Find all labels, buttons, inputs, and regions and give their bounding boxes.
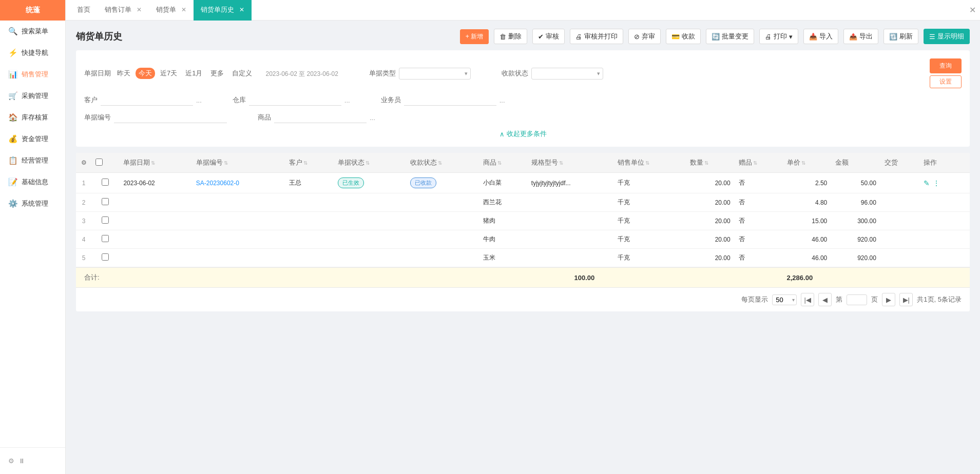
- row-checkbox[interactable]: [91, 193, 119, 212]
- row-num: 5: [76, 249, 91, 267]
- tab-sales-order-close[interactable]: ✕: [137, 6, 142, 13]
- tab-home[interactable]: 首页: [70, 0, 98, 21]
- cell-customer: 王总: [285, 173, 333, 193]
- filter-row-3: 单据编号 商品 ...: [84, 112, 962, 123]
- col-gear[interactable]: ⚙: [76, 153, 91, 173]
- page-next-button[interactable]: ▶: [882, 293, 895, 306]
- goods-input[interactable]: [274, 112, 367, 123]
- date-btn-today[interactable]: 今天: [136, 68, 155, 79]
- doc-no-label: 单据编号: [84, 113, 111, 122]
- sort-unit[interactable]: 销售单位⇅: [618, 158, 649, 167]
- add-button[interactable]: + 新增: [460, 29, 489, 44]
- sort-goods[interactable]: 商品⇅: [483, 158, 502, 167]
- sidebar-item-sys-mgmt[interactable]: ⚙️ 系统管理: [0, 193, 65, 214]
- table-row: 4牛肉千克20.00否46.00920.00: [76, 230, 970, 249]
- sidebar-settings-bottom[interactable]: ⚙ ⏸: [0, 453, 65, 469]
- refresh-button[interactable]: 🔃 刷新: [883, 29, 918, 44]
- abandon-button[interactable]: ⊘ 弃审: [628, 29, 661, 44]
- date-btn-custom[interactable]: 自定义: [229, 68, 255, 79]
- edit-action-icon[interactable]: ✎: [924, 179, 930, 187]
- collect-status-select[interactable]: [531, 68, 603, 80]
- tab-sales-goods-close[interactable]: ✕: [181, 6, 186, 13]
- settings-filter-button[interactable]: 设置: [930, 75, 962, 88]
- salesperson-input[interactable]: [404, 94, 496, 106]
- page-last-button[interactable]: ▶|: [899, 293, 913, 306]
- date-btn-yesterday[interactable]: 昨天: [114, 68, 133, 79]
- customer-input[interactable]: [101, 94, 193, 106]
- export-button[interactable]: 📤 导出: [843, 29, 878, 44]
- sidebar-item-search-menu[interactable]: 🔍 搜索菜单: [0, 21, 65, 42]
- show-detail-button[interactable]: ☰ 显示明细: [924, 29, 970, 44]
- sort-doc-date[interactable]: 单据日期⇅: [123, 158, 155, 167]
- print-button[interactable]: 🖨 打印 ▾: [759, 29, 798, 44]
- sidebar-item-basic-info[interactable]: 📝 基础信息: [0, 171, 65, 193]
- collapse-filter-button[interactable]: ∧ 收起更多条件: [84, 129, 962, 139]
- row-checkbox[interactable]: [91, 212, 119, 230]
- row-checkbox[interactable]: [102, 216, 109, 224]
- sort-spec[interactable]: 规格型号⇅: [531, 158, 563, 167]
- col-checkbox[interactable]: [91, 153, 119, 173]
- doc-no-input[interactable]: [114, 112, 227, 123]
- sort-icon-gift: ⇅: [753, 160, 757, 166]
- row-checkbox[interactable]: [102, 253, 109, 261]
- row-checkbox[interactable]: [91, 173, 119, 193]
- tab-sales-goods[interactable]: 销货单 ✕: [149, 0, 194, 21]
- sidebar-item-quick-nav[interactable]: ⚡ 快捷导航: [0, 42, 65, 64]
- page-header: 销货单历史 + 新增 🗑 删除 ✔ 审核 🖨 审核并打印 ⊘ 弃审: [76, 29, 970, 44]
- sort-collect-status[interactable]: 收款状态⇅: [410, 158, 442, 167]
- select-all-checkbox[interactable]: [95, 159, 103, 166]
- sort-customer[interactable]: 客户⇅: [289, 158, 308, 167]
- cell-amount: 920.00: [831, 249, 880, 267]
- salesperson-select-icon[interactable]: ...: [499, 96, 505, 104]
- sort-doc-status[interactable]: 单据状态⇅: [338, 158, 370, 167]
- page-number-input[interactable]: 1: [847, 294, 867, 305]
- tab-sales-order[interactable]: 销售订单 ✕: [98, 0, 149, 21]
- audit-print-button[interactable]: 🖨 审核并打印: [570, 29, 623, 44]
- cell-doc-no[interactable]: SA-20230602-0: [192, 173, 285, 193]
- page-first-button[interactable]: |◀: [801, 293, 814, 306]
- row-checkbox[interactable]: [91, 249, 119, 267]
- sort-gift[interactable]: 赠品⇅: [739, 158, 757, 167]
- close-all-tabs-icon[interactable]: ✕: [969, 5, 976, 15]
- batch-change-button[interactable]: 🔄 批量变更: [706, 29, 754, 44]
- import-button[interactable]: 📥 导入: [803, 29, 838, 44]
- tab-sales-history[interactable]: 销货单历史 ✕: [194, 0, 252, 21]
- warehouse-select-icon[interactable]: ...: [344, 96, 350, 104]
- date-btn-1month[interactable]: 近1月: [182, 68, 205, 79]
- sidebar-item-sales-mgmt[interactable]: 📊 销售管理: [0, 64, 65, 85]
- row-checkbox[interactable]: [102, 179, 109, 186]
- sort-qty[interactable]: 数量⇅: [690, 158, 708, 167]
- query-button[interactable]: 查询: [930, 58, 962, 73]
- sidebar-item-purchase-mgmt[interactable]: 🛒 采购管理: [0, 85, 65, 107]
- date-btn-more[interactable]: 更多: [207, 68, 227, 79]
- delete-button[interactable]: 🗑 删除: [494, 29, 527, 44]
- warehouse-input[interactable]: [249, 94, 341, 106]
- page-size-select[interactable]: 50 100: [772, 294, 797, 305]
- row-checkbox[interactable]: [91, 230, 119, 249]
- row-checkbox[interactable]: [102, 235, 109, 242]
- cell-doc-no[interactable]: [192, 249, 285, 267]
- table-body: 12023-06-02SA-20230602-0王总已生效已收款小白菜tyjyj…: [76, 173, 970, 267]
- customer-select-icon[interactable]: ...: [196, 96, 202, 104]
- goods-select-icon[interactable]: ...: [370, 114, 375, 122]
- warehouse-label: 仓库: [233, 95, 246, 105]
- doc-type-select[interactable]: [399, 68, 471, 80]
- cell-doc-no[interactable]: [192, 193, 285, 212]
- finance-icon: 💰: [8, 134, 17, 144]
- audit-button[interactable]: ✔ 审核: [532, 29, 565, 44]
- sidebar-item-finance[interactable]: 💰 资金管理: [0, 128, 65, 150]
- page-prev-button[interactable]: ◀: [818, 293, 832, 306]
- cell-doc-no[interactable]: [192, 212, 285, 230]
- tab-sales-history-close[interactable]: ✕: [239, 6, 244, 13]
- sort-unit-price[interactable]: 单价⇅: [787, 158, 805, 167]
- collect-button[interactable]: 💳 收款: [666, 29, 701, 44]
- sidebar-item-ops[interactable]: 📋 经营管理: [0, 150, 65, 171]
- date-btn-7days[interactable]: 近7天: [157, 68, 180, 79]
- sort-doc-no[interactable]: 单据编号⇅: [196, 158, 228, 167]
- row-checkbox[interactable]: [102, 198, 109, 205]
- sidebar-item-inventory[interactable]: 🏠 库存核算: [0, 107, 65, 128]
- cell-doc-no[interactable]: [192, 230, 285, 249]
- inventory-icon: 🏠: [8, 113, 17, 122]
- sidebar: 统蓬 🔍 搜索菜单 ⚡ 快捷导航 📊 销售管理 🛒 采购管理 🏠 库存核算 💰 …: [0, 0, 66, 474]
- more-action-icon[interactable]: ⋮: [933, 179, 940, 187]
